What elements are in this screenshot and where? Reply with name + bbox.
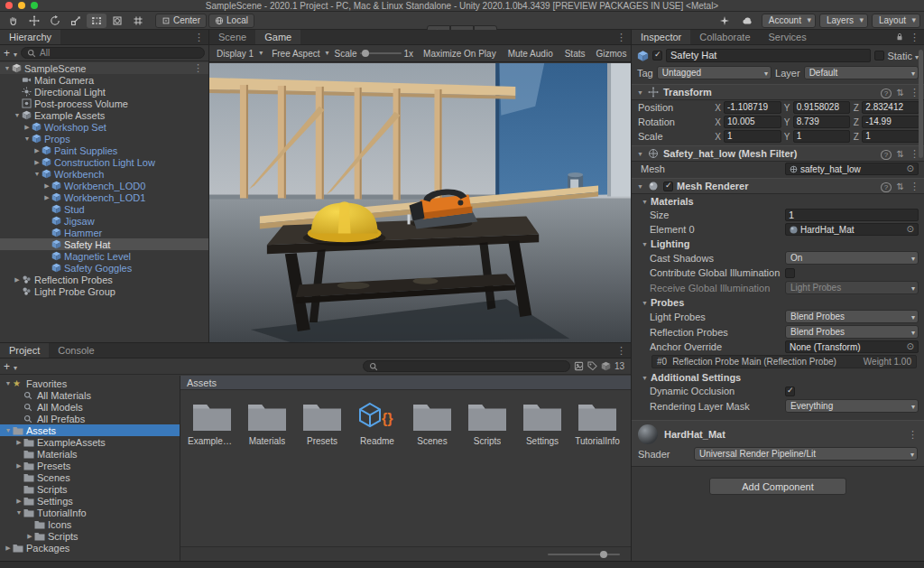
hierarchy-item-jigsaw[interactable]: Jigsaw (0, 215, 208, 227)
rect-tool-icon[interactable] (87, 14, 106, 28)
hierarchy-item-safety-hat[interactable]: Safety Hat (0, 238, 208, 250)
dynamic-occlusion-checkbox[interactable] (785, 386, 795, 396)
hierarchy-item-light-probe-group[interactable]: Light Probe Group (0, 285, 208, 297)
hierarchy-item-reflection-probes[interactable]: ▶Reflection Probes (0, 274, 208, 285)
create-asset-dropdown-icon[interactable] (14, 361, 17, 372)
cloud-collab-icon[interactable] (738, 14, 758, 28)
rendering-layer-mask-dropdown[interactable]: Everything (785, 399, 919, 413)
hierarchy-item-workbench-lod1[interactable]: ▶Workbench_LOD1 (0, 191, 208, 203)
scale-z-field[interactable]: 1 (862, 130, 919, 143)
hierarchy-item-props[interactable]: ▼Props (0, 133, 208, 144)
scale-x-field[interactable]: 1 (724, 130, 781, 143)
move-tool-icon[interactable] (24, 14, 44, 28)
hierarchy-item-workbench[interactable]: ▼Workbench (0, 168, 208, 180)
hierarchy-item-example-assets[interactable]: ▼Example Assets (0, 109, 208, 121)
stats-button[interactable]: Stats (560, 48, 590, 60)
tab-services[interactable]: Services (760, 30, 816, 44)
probes-foldout[interactable]: ▼Probes (632, 295, 924, 309)
display-dropdown[interactable]: Display 1 (213, 48, 265, 60)
hierarchy-item-post-process-volume[interactable]: Post-process Volume (0, 98, 208, 109)
tab-collaborate[interactable]: Collaborate (690, 30, 759, 44)
project-tree-item-presets[interactable]: ▶Presets (0, 460, 180, 471)
project-tree-item-all-materials[interactable]: All Materials (0, 389, 180, 401)
scene-menu-icon[interactable]: ⋮ (193, 62, 208, 74)
scale-tool-icon[interactable] (66, 14, 86, 28)
project-tree-item-settings[interactable]: ▶Settings (0, 495, 180, 507)
asset-item-readme[interactable]: {}Readme (355, 400, 400, 446)
object-picker-icon[interactable]: ⊙ (907, 342, 914, 351)
mesh-filter-component-header[interactable]: ▼ Safety_hat_low (Mesh Filter) (632, 145, 924, 162)
project-search-input[interactable] (363, 360, 570, 372)
zoom-window-button[interactable] (31, 2, 38, 9)
create-object-button[interactable] (4, 47, 10, 60)
project-tree-item-packages[interactable]: ▶Packages (0, 542, 180, 554)
tag-dropdown[interactable]: Untagged (657, 66, 772, 79)
rotation-x-field[interactable]: 10.005 (724, 116, 781, 128)
asset-item-exampleassets[interactable]: ExampleAssets (189, 400, 235, 446)
tab-game[interactable]: Game (255, 30, 300, 44)
rotate-tool-icon[interactable] (45, 14, 65, 28)
mesh-field[interactable]: safety_hat_low ⊙ (785, 163, 919, 175)
hierarchy-item-main-camera[interactable]: Main Camera (0, 74, 208, 86)
game-viewport[interactable] (209, 63, 631, 342)
asset-item-scripts[interactable]: Scripts (465, 400, 510, 446)
material-element-field[interactable]: HardHat_Mat ⊙ (785, 223, 919, 236)
asset-item-scenes[interactable]: Scenes (410, 400, 455, 446)
layers-dropdown[interactable]: Layers (819, 14, 868, 28)
asset-item-presets[interactable]: Presets (300, 400, 345, 446)
pivot-toggle-button[interactable]: Center (155, 14, 207, 28)
project-tree-item-scripts[interactable]: ▶Scripts (0, 530, 180, 542)
preview-packages-icon[interactable] (715, 14, 735, 28)
scale-slider[interactable] (360, 52, 402, 54)
hand-tool-icon[interactable] (4, 14, 23, 28)
hierarchy-item-directional-light[interactable]: Directional Light (0, 86, 208, 98)
add-component-button[interactable]: Add Component (709, 478, 846, 495)
lock-icon[interactable] (895, 32, 904, 43)
hierarchy-item-safety-goggles[interactable]: Safety Goggles (0, 262, 208, 274)
project-tree-item-materials[interactable]: Materials (0, 448, 180, 460)
help-icon[interactable] (881, 181, 891, 191)
project-tree-item-exampleassets[interactable]: ▶ExampleAssets (0, 436, 180, 448)
inspector-scrollbar[interactable] (919, 50, 923, 158)
aspect-dropdown[interactable]: Free Aspect (268, 48, 331, 60)
position-x-field[interactable]: -1.108719 (724, 101, 781, 114)
rotation-y-field[interactable]: 8.739 (793, 116, 851, 128)
account-dropdown[interactable]: Account (762, 14, 816, 28)
search-by-type-icon[interactable] (574, 361, 584, 371)
close-window-button[interactable] (5, 2, 13, 9)
breadcrumb[interactable]: Assets (180, 376, 631, 390)
object-name-field[interactable]: Safety Hat (666, 49, 871, 62)
project-tree-item-scripts[interactable]: Scripts (0, 483, 180, 495)
object-picker-icon[interactable]: ⊙ (907, 225, 914, 234)
shader-dropdown[interactable]: Universal Render Pipeline/Lit (694, 447, 918, 461)
search-by-label-icon[interactable] (587, 361, 597, 371)
hierarchy-item-hammer[interactable]: Hammer (0, 227, 208, 238)
tab-project[interactable]: Project (0, 343, 49, 358)
object-picker-icon[interactable]: ⊙ (907, 164, 914, 173)
hidden-packages-icon[interactable] (601, 361, 611, 371)
preset-icon[interactable] (897, 148, 904, 159)
zoom-slider[interactable] (548, 554, 620, 555)
project-menu-icon[interactable] (616, 345, 626, 357)
project-tree-item-scenes[interactable]: Scenes (0, 471, 180, 483)
inspector-menu-icon[interactable] (910, 32, 919, 43)
hierarchy-menu-icon[interactable] (194, 32, 204, 43)
lighting-foldout[interactable]: ▼Lighting (632, 237, 924, 250)
project-tree-item-icons[interactable]: Icons (0, 518, 180, 530)
active-checkbox[interactable] (652, 51, 662, 61)
hierarchy-item-construction-light-low[interactable]: ▶Construction Light Low (0, 156, 208, 168)
project-tree-item-all-prefabs[interactable]: All Prefabs (0, 413, 180, 424)
layout-dropdown[interactable]: Layout (872, 14, 920, 28)
asset-item-materials[interactable]: Materials (245, 400, 290, 446)
project-tree-item-tutorialinfo[interactable]: ▼TutorialInfo (0, 507, 180, 518)
hierarchy-item-magnetic-level[interactable]: Magnetic Level (0, 250, 208, 262)
light-probes-dropdown[interactable]: Blend Probes (785, 310, 919, 323)
reflection-probes-dropdown[interactable]: Blend Probes (785, 325, 919, 339)
additional-settings-foldout[interactable]: ▼Additional Settings (632, 370, 924, 384)
project-tree-item-assets[interactable]: ▼Assets (0, 424, 180, 436)
preset-icon[interactable] (897, 181, 904, 191)
tab-console[interactable]: Console (49, 343, 103, 358)
mute-audio-button[interactable]: Mute Audio (504, 48, 558, 60)
mesh-renderer-component-header[interactable]: ▼ Mesh Renderer (632, 178, 924, 194)
minimize-window-button[interactable] (18, 2, 25, 9)
